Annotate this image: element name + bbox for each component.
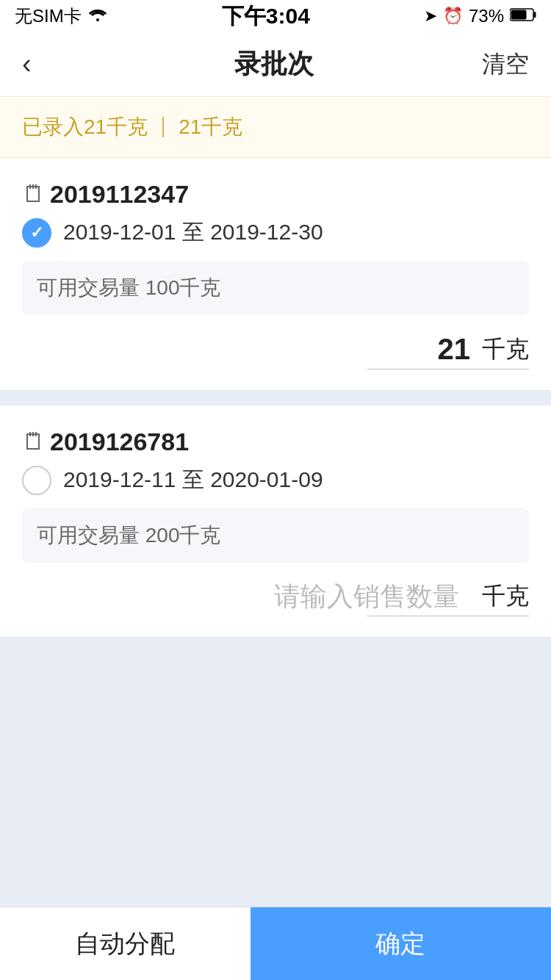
qty-line-2: [367, 616, 529, 616]
svg-rect-2: [511, 10, 526, 20]
qty-input-2[interactable]: [250, 581, 470, 612]
batch-doc-icon-2: 🗒: [22, 428, 46, 455]
status-bar: 无SIM卡 下午3:04 ➤ ⏰ 73%: [0, 0, 551, 32]
back-button[interactable]: ‹: [22, 48, 66, 80]
section-gap: [0, 391, 551, 406]
nav-bar: ‹ 录批次 清空: [0, 32, 551, 97]
battery-icon: [510, 6, 536, 26]
batch-id-1: 2019112347: [50, 180, 189, 209]
main-content: 已录入21千克 21千克 🗒 2019112347 ✓ 2019-12-01 至…: [0, 97, 551, 980]
auto-distribute-button[interactable]: 自动分配: [0, 907, 251, 980]
batch-date-1: 2019-12-01 至 2019-12-30: [63, 217, 323, 248]
status-time: 下午3:04: [222, 1, 310, 32]
avail-box-1: 可用交易量 100千克: [22, 261, 529, 315]
batch-header-2: 🗒 2019126781: [0, 428, 551, 456]
wifi-icon: [87, 6, 108, 26]
qty-value-1: 21: [438, 333, 471, 366]
batch-item-2: 🗒 2019126781 2019-12-11 至 2020-01-09 可用交…: [0, 406, 551, 638]
batch-date-2: 2019-12-11 至 2020-01-09: [63, 465, 323, 495]
batch-item-1: 🗒 2019112347 ✓ 2019-12-01 至 2019-12-30 可…: [0, 158, 551, 391]
page-title: 录批次: [234, 46, 314, 82]
qty-row-1: 21 千克: [0, 315, 551, 366]
qty-unit-1: 千克: [482, 334, 529, 366]
batch-id-2: 2019126781: [50, 428, 189, 456]
info-value: 21千克: [179, 113, 242, 141]
confirm-button[interactable]: 确定: [251, 907, 551, 980]
radio-check-icon-1: ✓: [30, 223, 43, 242]
carrier-text: 无SIM卡: [15, 4, 82, 28]
qty-line-wrap-1: [0, 366, 551, 370]
svg-rect-1: [533, 12, 536, 18]
alarm-icon: ⏰: [443, 7, 463, 26]
qty-line-1: [367, 369, 529, 370]
status-right: ➤ ⏰ 73%: [424, 6, 536, 26]
batch-header-1: 🗒 2019112347: [0, 180, 551, 209]
batch-doc-icon-1: 🗒: [22, 181, 46, 208]
info-label: 已录入21千克: [22, 113, 148, 141]
batch-date-row-1: ✓ 2019-12-01 至 2019-12-30: [0, 217, 551, 248]
battery-percent: 73%: [469, 6, 504, 26]
avail-text-2: 可用交易量 200千克: [37, 524, 221, 547]
radio-button-1[interactable]: ✓: [22, 218, 51, 248]
radio-button-2[interactable]: [22, 466, 51, 495]
avail-text-1: 可用交易量 100千克: [37, 276, 221, 299]
location-icon: ➤: [424, 7, 437, 26]
avail-box-2: 可用交易量 200千克: [22, 508, 529, 563]
qty-line-wrap-2: [0, 613, 551, 616]
info-banner: 已录入21千克 21千克: [0, 97, 551, 158]
status-left: 无SIM卡: [15, 4, 108, 28]
bottom-bar: 自动分配 确定: [0, 907, 551, 980]
batch-date-row-2: 2019-12-11 至 2020-01-09: [0, 465, 551, 495]
empty-area: [0, 638, 551, 932]
input-unit-2: 千克: [482, 580, 529, 613]
clear-button[interactable]: 清空: [482, 48, 529, 81]
info-divider: [162, 117, 164, 137]
input-row-2: 千克: [0, 563, 551, 613]
